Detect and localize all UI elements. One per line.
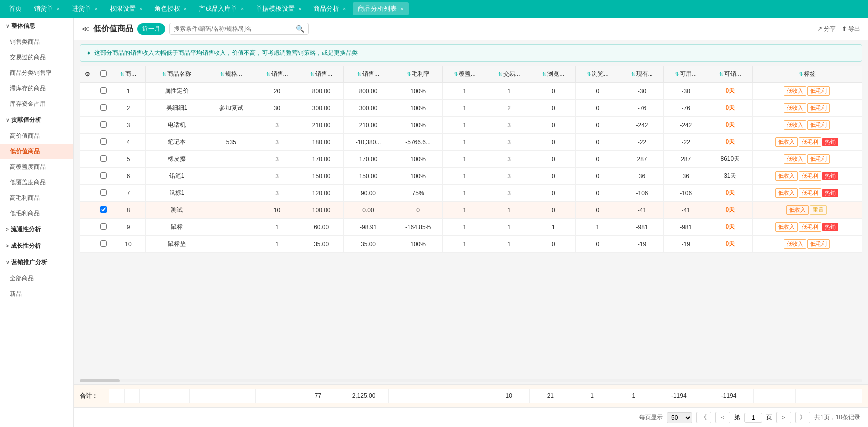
close-icon[interactable]: × [139, 6, 142, 12]
prev-page-button[interactable]: ＜ [715, 412, 730, 423]
browse1-column-header[interactable]: ⇅浏览... [531, 66, 576, 83]
search-input[interactable] [174, 25, 296, 32]
browse1-link[interactable]: 0 [552, 173, 555, 180]
settings-icon[interactable]: ⚙ [85, 71, 90, 78]
sidebar-item-new-products[interactable]: 新品 [0, 286, 73, 302]
browse1-link[interactable]: 0 [552, 190, 555, 197]
browse1-link[interactable]: 1 [552, 224, 555, 231]
close-icon[interactable]: × [57, 6, 60, 12]
browse1-link[interactable]: 0 [552, 156, 555, 163]
sidebar-item-low-value[interactable]: 低价值商品 [0, 144, 73, 159]
name-column-header[interactable]: ⇅商品名称 [146, 66, 208, 83]
checkbox-cell[interactable] [96, 168, 111, 185]
row-checkbox[interactable] [100, 138, 107, 145]
sidebar-group-marketing[interactable]: ∨ 营销推广分析 [0, 254, 73, 271]
browse2-column-header[interactable]: ⇅浏览... [576, 66, 620, 83]
share-button[interactable]: ↗ 分享 [817, 25, 836, 33]
available-column-header[interactable]: ⇅可用... [664, 66, 708, 83]
close-icon[interactable]: × [298, 6, 301, 12]
nav-sales[interactable]: 销货单 × [29, 2, 65, 15]
browse1-link[interactable]: 0 [552, 88, 555, 95]
close-icon[interactable]: × [95, 6, 98, 12]
close-icon[interactable]: × [184, 6, 187, 12]
browse1-cell[interactable]: 0 [531, 185, 576, 202]
sidebar-group-circulation[interactable]: > 流通性分析 [0, 221, 73, 238]
page-number-input[interactable] [744, 413, 762, 423]
next-page-button[interactable]: ＞ [776, 412, 791, 423]
browse1-cell[interactable]: 0 [531, 236, 576, 253]
nav-home[interactable]: 首页 [4, 2, 27, 15]
sellable-column-header[interactable]: ⇅可销... [708, 66, 752, 83]
code-column-header[interactable]: ⇅商... [111, 66, 146, 83]
browse1-link[interactable]: 0 [552, 241, 555, 248]
sidebar-group-overall[interactable]: ∨ 整体信息 [0, 18, 73, 34]
nav-product-inbound[interactable]: 产成品入库单 × [194, 2, 249, 15]
nav-permissions[interactable]: 权限设置 × [105, 2, 147, 15]
browse1-cell[interactable]: 0 [531, 83, 576, 100]
close-icon[interactable]: × [343, 6, 346, 12]
gross-rate-column-header[interactable]: ⇅毛利率 [393, 66, 443, 83]
sidebar-item-high-coverage[interactable]: 高覆盖度商品 [0, 159, 73, 175]
checkbox-cell[interactable] [96, 236, 111, 253]
settings-column-header[interactable]: ⚙ [80, 66, 96, 83]
browse1-cell[interactable]: 0 [531, 168, 576, 185]
row-checkbox[interactable] [100, 104, 107, 111]
browse1-link[interactable]: 0 [552, 122, 555, 129]
checkbox-cell[interactable] [96, 117, 111, 134]
nav-template-settings[interactable]: 单据模板设置 × [251, 2, 306, 15]
collapse-sidebar-icon[interactable]: ≪ [82, 25, 89, 33]
sale-avg-column-header[interactable]: ⇅销售... [344, 66, 393, 83]
sidebar-item-low-margin[interactable]: 低毛利商品 [0, 206, 73, 221]
checkbox-column-header[interactable] [96, 66, 111, 83]
row-checkbox[interactable] [100, 87, 107, 94]
nav-product-analysis[interactable]: 商品分析 × [308, 2, 351, 15]
scrollbar-thumb[interactable] [80, 379, 120, 382]
sidebar-item-low-coverage[interactable]: 低覆盖度商品 [0, 175, 73, 190]
search-icon[interactable]: 🔍 [296, 25, 304, 33]
sidebar-group-growth[interactable]: > 成长性分析 [0, 238, 73, 254]
row-checkbox[interactable] [100, 155, 107, 162]
browse1-cell[interactable]: 0 [531, 100, 576, 117]
sidebar-group-contribution[interactable]: ∨ 贡献值分析 [0, 112, 73, 128]
trade-column-header[interactable]: ⇅交易... [487, 66, 531, 83]
browse1-link[interactable]: 0 [552, 207, 555, 214]
browse1-cell[interactable]: 0 [531, 151, 576, 168]
current-column-header[interactable]: ⇅现有... [620, 66, 664, 83]
filter-recent-month-button[interactable]: 近一月 [137, 23, 165, 35]
sidebar-item-all-products[interactable]: 全部商品 [0, 271, 73, 286]
checkbox-cell[interactable] [96, 100, 111, 117]
sidebar-item-stagnant-products[interactable]: 滞库存的商品 [0, 81, 73, 96]
spec-column-header[interactable]: ⇅规格... [208, 66, 255, 83]
row-checkbox[interactable] [100, 189, 107, 196]
page-size-select[interactable]: 50 100 200 [667, 412, 692, 423]
select-all-checkbox[interactable] [100, 70, 107, 77]
checkbox-cell[interactable] [96, 151, 111, 168]
row-checkbox[interactable] [100, 240, 107, 247]
first-page-button[interactable]: 《 [696, 412, 711, 423]
row-checkbox[interactable] [100, 121, 107, 128]
browse1-link[interactable]: 0 [552, 105, 555, 112]
checkbox-cell[interactable] [96, 202, 111, 219]
row-checkbox[interactable] [100, 172, 107, 179]
browse1-cell[interactable]: 1 [531, 219, 576, 236]
export-button[interactable]: ⬆ 导出 [842, 25, 860, 33]
browse1-cell[interactable]: 0 [531, 117, 576, 134]
checkbox-cell[interactable] [96, 219, 111, 236]
close-icon[interactable]: × [400, 6, 403, 12]
browse1-cell[interactable]: 0 [531, 134, 576, 151]
sidebar-item-sales-products[interactable]: 销售类商品 [0, 34, 73, 50]
cover-column-header[interactable]: ⇅覆盖... [443, 66, 487, 83]
sale-qty-column-header[interactable]: ⇅销售... [255, 66, 299, 83]
browse1-link[interactable]: 0 [552, 139, 555, 146]
tags-column-header[interactable]: ⇅标签 [752, 66, 862, 83]
nav-roles[interactable]: 角色授权 × [149, 2, 192, 15]
sidebar-item-traded-products[interactable]: 交易过的商品 [0, 50, 73, 65]
sidebar-item-high-margin[interactable]: 高毛利商品 [0, 190, 73, 206]
checkbox-cell[interactable] [96, 83, 111, 100]
sale-amt-column-header[interactable]: ⇅销售... [299, 66, 344, 83]
checkbox-cell[interactable] [96, 134, 111, 151]
row-checkbox[interactable] [100, 223, 107, 230]
nav-product-analysis-list[interactable]: 商品分析列表 × [353, 2, 408, 15]
horizontal-scrollbar[interactable] [80, 379, 862, 382]
row-checkbox[interactable] [100, 206, 107, 213]
